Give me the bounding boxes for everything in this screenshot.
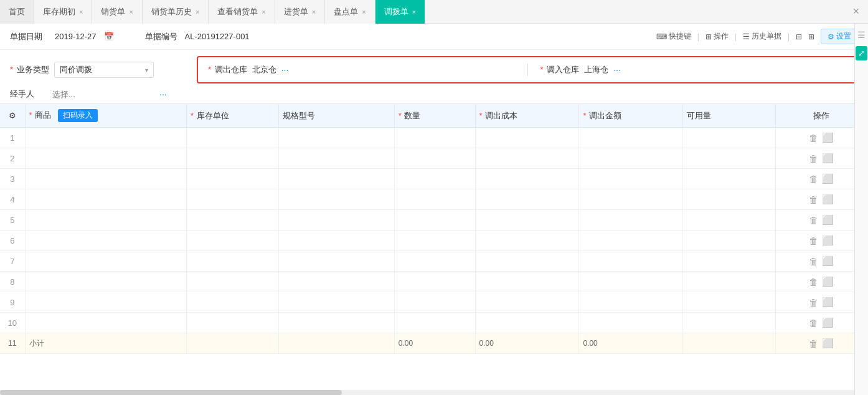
calendar-icon[interactable]: 📅 [104, 32, 114, 41]
tab-sales-order-close[interactable]: × [129, 8, 133, 16]
delete-icon[interactable]: 🗑 [809, 297, 818, 308]
unit-cell[interactable] [187, 313, 279, 333]
product-cell[interactable] [25, 189, 187, 210]
qty-cell[interactable] [394, 210, 475, 231]
copy-icon[interactable]: ⬜ [822, 235, 834, 246]
unit-cell[interactable] [187, 128, 279, 148]
copy-icon[interactable]: ⬜ [822, 276, 834, 287]
spec-cell[interactable] [279, 313, 394, 333]
qty-cell[interactable] [394, 148, 475, 169]
product-cell[interactable] [25, 128, 187, 148]
copy-icon[interactable]: ⬜ [822, 338, 834, 349]
delete-icon[interactable]: 🗑 [809, 318, 818, 328]
product-cell[interactable] [25, 169, 187, 189]
tab-sales-history-close[interactable]: × [196, 8, 199, 16]
unit-cell[interactable] [187, 231, 279, 251]
copy-icon[interactable]: ⬜ [822, 173, 834, 184]
scan-button[interactable]: 扫码录入 [58, 109, 98, 122]
copy-icon[interactable]: ⬜ [822, 214, 834, 226]
spec-cell[interactable] [279, 128, 394, 148]
qty-cell[interactable] [394, 313, 475, 333]
cost-cell[interactable] [475, 272, 579, 292]
copy-icon[interactable]: ⬜ [822, 255, 834, 267]
warehouse-in-ellipsis[interactable]: ··· [613, 65, 621, 75]
cost-cell[interactable] [475, 169, 579, 189]
product-cell[interactable] [25, 292, 187, 313]
spec-cell[interactable] [279, 251, 394, 272]
sidebar-expand-icon[interactable]: ⤢ [856, 46, 867, 60]
delete-icon[interactable]: 🗑 [809, 153, 818, 164]
shortcuts-button[interactable]: ⌨ 快捷键 [656, 31, 691, 42]
grid-toggle[interactable]: ⊞ [808, 32, 814, 41]
tab-inventory-init-close[interactable]: × [79, 8, 83, 16]
spec-cell[interactable] [279, 210, 394, 231]
delete-icon[interactable]: 🗑 [809, 277, 818, 287]
handler-ellipsis[interactable]: ··· [159, 89, 167, 99]
available-cell[interactable] [683, 189, 775, 210]
tab-transfer-close[interactable]: × [412, 8, 416, 16]
cost-cell[interactable] [475, 210, 579, 231]
qty-cell[interactable] [394, 231, 475, 251]
unit-cell[interactable] [187, 148, 279, 169]
available-cell[interactable] [683, 251, 775, 272]
gear-icon[interactable]: ⚙ [9, 111, 16, 120]
history-button[interactable]: ☰ 历史单据 [743, 31, 781, 42]
unit-cell[interactable] [187, 272, 279, 292]
cost-cell[interactable] [475, 231, 579, 251]
spec-cell[interactable] [279, 272, 394, 292]
qty-cell[interactable] [394, 189, 475, 210]
product-cell[interactable] [25, 148, 187, 169]
spec-cell[interactable] [279, 231, 394, 251]
qty-cell[interactable] [394, 128, 475, 148]
tab-sales-history[interactable]: 销货单历史 × [143, 0, 209, 24]
business-type-select[interactable]: 同价调拨 ▾ [54, 62, 154, 78]
delete-icon[interactable]: 🗑 [809, 133, 818, 143]
product-cell[interactable] [25, 272, 187, 292]
delete-icon[interactable]: 🗑 [809, 194, 818, 205]
operations-button[interactable]: ⊞ 操作 [705, 31, 729, 42]
warehouse-out-ellipsis[interactable]: ··· [281, 65, 289, 75]
sidebar-list-icon[interactable]: ☰ [857, 30, 866, 40]
available-cell[interactable] [683, 231, 775, 251]
amount-cell[interactable] [579, 128, 683, 148]
spec-cell[interactable] [279, 189, 394, 210]
cost-cell[interactable] [475, 189, 579, 210]
unit-cell[interactable] [187, 169, 279, 189]
tab-stock-take-close[interactable]: × [362, 8, 366, 16]
settings-button[interactable]: ⚙ 设置 [821, 29, 858, 44]
copy-icon[interactable]: ⬜ [822, 297, 834, 308]
available-cell[interactable] [683, 210, 775, 231]
amount-cell[interactable] [579, 272, 683, 292]
col-settings-header[interactable]: ⚙ [0, 104, 25, 128]
unit-cell[interactable] [187, 251, 279, 272]
cost-cell[interactable] [475, 251, 579, 272]
qty-cell[interactable] [394, 169, 475, 189]
product-cell[interactable] [25, 210, 187, 231]
tab-view-sales[interactable]: 查看销货单 × [209, 0, 275, 24]
amount-cell[interactable] [579, 169, 683, 189]
tab-purchase-order-close[interactable]: × [312, 8, 316, 16]
cost-cell[interactable] [475, 148, 579, 169]
delete-icon[interactable]: 🗑 [809, 174, 818, 184]
cost-cell[interactable] [475, 313, 579, 333]
columns-toggle[interactable]: ⊟ [796, 32, 802, 41]
spec-cell[interactable] [279, 148, 394, 169]
amount-cell[interactable] [579, 148, 683, 169]
delete-icon[interactable]: 🗑 [809, 236, 818, 246]
cost-cell[interactable] [475, 292, 579, 313]
amount-cell[interactable] [579, 231, 683, 251]
unit-cell[interactable] [187, 189, 279, 210]
handler-input[interactable] [52, 90, 157, 99]
spec-cell[interactable] [279, 169, 394, 189]
copy-icon[interactable]: ⬜ [822, 317, 834, 328]
qty-cell[interactable] [394, 272, 475, 292]
window-close-button[interactable]: × [844, 5, 868, 18]
delete-icon[interactable]: 🗑 [809, 215, 818, 226]
available-cell[interactable] [683, 292, 775, 313]
amount-cell[interactable] [579, 251, 683, 272]
unit-cell[interactable] [187, 210, 279, 231]
tab-sales-order[interactable]: 销货单 × [92, 0, 142, 24]
amount-cell[interactable] [579, 210, 683, 231]
tab-transfer[interactable]: 调拨单 × [375, 0, 425, 24]
amount-cell[interactable] [579, 292, 683, 313]
